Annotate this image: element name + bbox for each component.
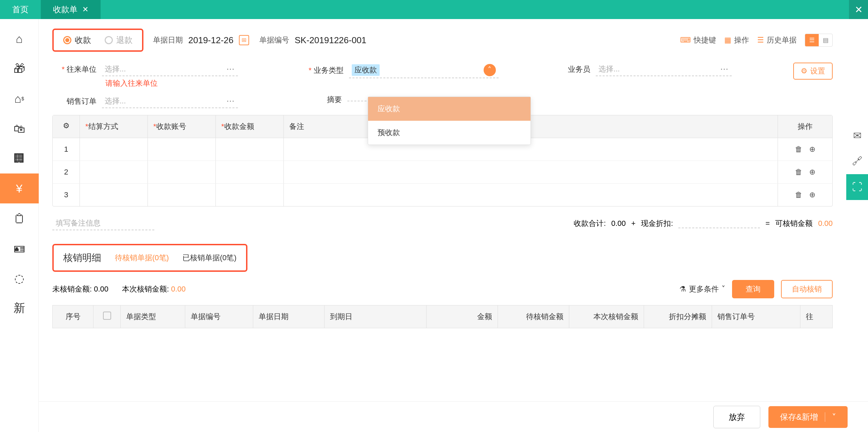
chevron-up-icon[interactable]: ˄ [484, 64, 496, 76]
radio-off-icon [105, 36, 113, 44]
placeholder-text: 选择... [598, 64, 620, 74]
cell-account[interactable] [148, 161, 216, 183]
shortcut-link[interactable]: ⌨︎ 快捷键 [680, 35, 716, 45]
mail-icon[interactable]: ✉︎ [846, 122, 868, 148]
verify-tab-pending[interactable]: 待核销单据(0笔) [115, 253, 169, 263]
tab-receipt[interactable]: 收款单 ✕ [41, 0, 101, 19]
toolbar-row: 收款 退款 单据日期 2019-12-26 📅︎ 单据编号 SK-2019122… [52, 29, 833, 52]
cell-settle[interactable] [80, 138, 148, 161]
party-input[interactable]: 选择... ⋯ [102, 63, 238, 76]
cell-account[interactable] [148, 138, 216, 161]
add-icon[interactable]: ⊕ [809, 168, 815, 177]
table-row[interactable]: 2 🗑︎ ⊕ [53, 161, 832, 184]
expand-icon[interactable]: ⛶ [846, 174, 868, 200]
checkbox-icon[interactable] [103, 312, 111, 320]
cell-account[interactable] [148, 184, 216, 206]
biz-type-select[interactable]: 应收款 ˄ [349, 63, 499, 78]
more-conditions-button[interactable]: ⚗︎ 更多条件 ˅ [679, 284, 725, 294]
clipboard-icon[interactable]: 📋︎ [0, 203, 39, 233]
more-icon[interactable]: ⋯ [226, 96, 235, 106]
biz-type-value: 应收款 [352, 64, 380, 76]
col-remark: 备注 [284, 115, 778, 138]
radio-label: 收款 [75, 35, 91, 46]
view-card-button[interactable]: ▤ [819, 34, 832, 46]
query-button[interactable]: 查询 [732, 280, 774, 298]
doc-date-label: 单据日期 [153, 35, 183, 45]
cell-amount[interactable] [216, 161, 284, 183]
chevron-down-icon[interactable]: ˅ [825, 412, 836, 422]
delete-icon[interactable]: 🗑︎ [795, 190, 802, 199]
gift-icon[interactable]: 🎁︎ [0, 54, 39, 84]
avail-label: 可核销金额 [775, 218, 813, 229]
cell-remark[interactable] [284, 138, 778, 161]
row-index: 2 [53, 161, 80, 183]
dotted-circle-icon[interactable]: ◌ [0, 263, 39, 293]
cancel-button[interactable]: 放弃 [713, 406, 760, 428]
cell-amount[interactable] [216, 184, 284, 206]
discount-label: 现金折扣: [641, 218, 673, 229]
link-icon[interactable]: 🔗︎ [846, 148, 868, 174]
dropdown-option-prereceive[interactable]: 预收款 [368, 121, 531, 145]
col-settle: *结算方式 [80, 115, 148, 138]
total-value: 0.00 [611, 219, 626, 228]
doc-date-value[interactable]: 2019-12-26 [188, 35, 233, 46]
add-icon[interactable]: ⊕ [809, 190, 815, 199]
link-label: 历史单据 [767, 35, 797, 45]
more-icon[interactable]: ⋯ [226, 64, 235, 74]
filter-icon: ⚗︎ [679, 285, 686, 294]
home-icon[interactable]: ⌂ [0, 24, 39, 54]
radio-receive[interactable]: 收款 [63, 35, 91, 46]
new-doc-icon[interactable]: 新 [0, 293, 39, 323]
cell-settle[interactable] [80, 161, 148, 183]
gear-icon: ⚙︎ [63, 121, 70, 130]
close-icon[interactable]: ✕ [82, 5, 88, 14]
chevron-down-icon: ˅ [722, 285, 725, 294]
building-icon[interactable]: 🏢︎ [0, 144, 39, 173]
auto-verify-button[interactable]: 自动核销 [781, 280, 833, 298]
field-label: 业务员 [546, 64, 590, 74]
dropdown-option-receivable[interactable]: 应收款 [368, 97, 531, 121]
unverified-amount: 未核销金额: 0.00 [52, 284, 108, 294]
more-icon[interactable]: ⋯ [720, 64, 729, 74]
house-dollar-icon[interactable]: ⌂$ [0, 84, 39, 114]
radio-refund[interactable]: 退款 [105, 35, 133, 46]
link-label: 操作 [734, 35, 749, 45]
window-close-button[interactable]: ✕ [849, 0, 868, 19]
delete-icon[interactable]: 🗑︎ [795, 145, 802, 154]
history-link[interactable]: ☰ 历史单据 [757, 35, 797, 45]
settings-button[interactable]: ⚙︎ 设置 [793, 63, 833, 80]
add-icon[interactable]: ⊕ [809, 145, 815, 154]
doc-no-value: SK-20191226-001 [295, 35, 366, 46]
cell-remark[interactable] [284, 184, 778, 206]
bag-icon[interactable]: 🛍︎ [0, 114, 39, 144]
col-discount: 折扣分摊额 [644, 305, 712, 328]
gear-header[interactable]: ⚙︎ [53, 115, 80, 138]
verify-title: 核销明细 [63, 251, 101, 264]
id-card-icon[interactable]: 🪪︎ [0, 233, 39, 263]
money-bag-icon[interactable]: ¥ [0, 173, 39, 203]
sales-order-input[interactable]: 选择... ⋯ [102, 95, 238, 108]
left-sidebar: ⌂ 🎁︎ ⌂$ 🛍︎ 🏢︎ ¥ 📋︎ 🪪︎ ◌ 新 [0, 19, 39, 432]
col-checkbox[interactable] [93, 305, 121, 328]
view-list-button[interactable]: ☰ [805, 34, 819, 46]
sales-order-field: 销售订单 选择... ⋯ [52, 95, 277, 108]
row-index: 1 [53, 138, 80, 161]
verify-tab-done[interactable]: 已核销单据(0笔) [183, 253, 237, 263]
discount-input[interactable] [678, 219, 760, 228]
operate-link[interactable]: ▦ 操作 [724, 35, 749, 45]
cell-amount[interactable] [216, 138, 284, 161]
calendar-icon[interactable]: 📅︎ [239, 35, 249, 45]
cell-settle[interactable] [80, 184, 148, 206]
col-pending: 待核销金额 [498, 305, 569, 328]
radio-on-icon [63, 36, 71, 44]
footer-bar: 放弃 保存&新增 ˅ [39, 401, 868, 432]
salesperson-input[interactable]: 选择... ⋯ [596, 63, 732, 76]
gear-icon: ⚙︎ [801, 67, 808, 76]
tab-home[interactable]: 首页 [0, 0, 41, 19]
save-and-new-button[interactable]: 保存&新增 ˅ [768, 406, 848, 428]
remark-input[interactable]: 填写备注信息 [52, 217, 154, 230]
delete-icon[interactable]: 🗑︎ [795, 168, 802, 177]
cell-remark[interactable] [284, 161, 778, 183]
right-sidebar: ✉︎ 🔗︎ ⛶ [846, 122, 868, 200]
table-row[interactable]: 3 🗑︎ ⊕ [53, 184, 832, 206]
